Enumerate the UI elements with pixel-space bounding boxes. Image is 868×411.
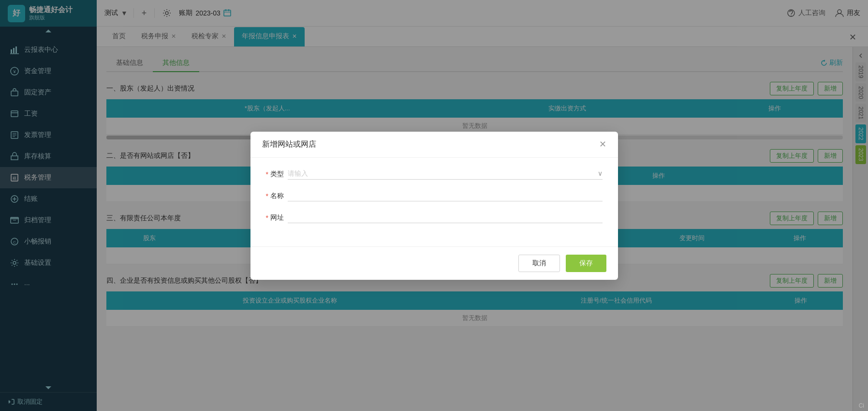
type-input-wrapper[interactable]: ∨ xyxy=(288,169,603,180)
modal-header: 新增网站或网店 ✕ xyxy=(250,132,618,158)
required-marker: * xyxy=(266,170,268,178)
dropdown-icon[interactable]: ∨ xyxy=(598,169,603,177)
url-field: * 网址 xyxy=(266,213,603,223)
type-input[interactable] xyxy=(288,169,598,177)
watermark: Ci xyxy=(855,400,868,411)
required-marker-3: * xyxy=(266,214,268,222)
modal-body: * 类型 ∨ * 名称 * 网址 xyxy=(250,158,618,246)
cancel-button[interactable]: 取消 xyxy=(518,255,560,272)
save-button[interactable]: 保存 xyxy=(566,255,606,272)
type-field: * 类型 ∨ xyxy=(266,169,603,180)
name-input[interactable] xyxy=(288,191,603,199)
modal-footer: 取消 保存 xyxy=(250,246,618,280)
name-field: * 名称 xyxy=(266,191,603,201)
url-input[interactable] xyxy=(288,213,603,221)
name-label: 名称 xyxy=(270,192,284,200)
modal-close-button[interactable]: ✕ xyxy=(599,140,606,149)
url-input-wrapper[interactable] xyxy=(288,213,603,223)
modal-dialog: 新增网站或网店 ✕ * 类型 ∨ * 名称 xyxy=(250,132,618,280)
required-marker-2: * xyxy=(266,192,268,200)
url-label: 网址 xyxy=(270,213,284,222)
modal-overlay[interactable]: 新增网站或网店 ✕ * 类型 ∨ * 名称 xyxy=(0,0,868,411)
name-input-wrapper[interactable] xyxy=(288,191,603,201)
modal-title: 新增网站或网店 xyxy=(262,139,316,150)
type-label: 类型 xyxy=(270,170,284,179)
